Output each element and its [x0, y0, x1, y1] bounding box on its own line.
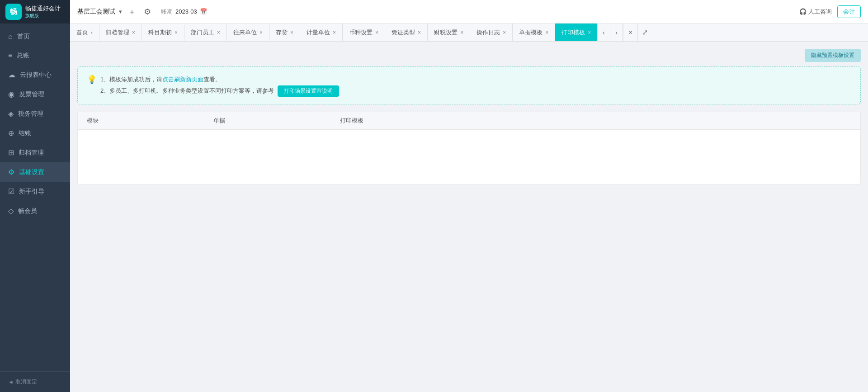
bulb-icon: 💡 [87, 75, 97, 85]
tab-next-button[interactable]: › [610, 24, 623, 42]
col-header-module: 模块 [78, 117, 204, 125]
sidebar-item-guide[interactable]: ☑ 新手引导 [0, 182, 70, 201]
ledger-icon: ≡ [8, 52, 12, 60]
notice-text: 1、模板添加成功后，请点击刷新新页面查看。 2、多员工、多打印机、多种业务类型设… [100, 74, 339, 97]
tab-vouchertype-close[interactable]: × [418, 29, 421, 36]
tabbar: 首页 ‹ 归档管理 × 科目期初 × 部门员工 × 往来单位 × 存货 × 计量… [70, 24, 868, 42]
sidebar-item-reports[interactable]: ☁ 云报表中心 [0, 65, 70, 85]
sidebar-nav: ⌂ 首页 ≡ 总账 ☁ 云报表中心 ◉ 发票管理 ◈ 税务管理 ⊕ 结账 ⊞ 归… [0, 24, 70, 371]
table-body [78, 130, 860, 184]
data-table: 模块 单据 打印模板 [77, 112, 861, 184]
tab-subjects-close[interactable]: × [175, 29, 178, 36]
notice-line2: 2、多员工、多打印机、多种业务类型设置不同打印方案等，请参考 打印场景设置宣说明 [100, 85, 339, 97]
gear-icon: ⚙ [8, 168, 14, 176]
tab-close-all-button[interactable]: × [623, 24, 637, 42]
topbar-right: 🎧 人工咨询 会计 [799, 5, 861, 18]
sidebar-item-home[interactable]: ⌂ 首页 [0, 27, 70, 46]
tab-unit-close[interactable]: × [333, 29, 336, 36]
tab-supplier[interactable]: 往来单位 × [227, 24, 269, 42]
sidebar-item-member[interactable]: ◇ 畅会员 [0, 201, 70, 221]
member-icon: ◇ [8, 207, 14, 215]
notice-row: 💡 1、模板添加成功后，请点击刷新新页面查看。 2、多员工、多打印机、多种业务类… [87, 74, 851, 97]
sidebar: 畅 畅捷通好会计 旗舰版 ⌂ 首页 ≡ 总账 ☁ 云报表中心 ◉ 发票管理 ◈ … [0, 0, 70, 392]
tab-oplog-close[interactable]: × [503, 29, 506, 36]
tab-vouchertype[interactable]: 凭证类型 × [385, 24, 428, 42]
topbar-actions: ＋ ⚙ [126, 5, 154, 18]
tab-home-nav-icon: ‹ [91, 29, 93, 36]
home-icon: ⌂ [8, 33, 13, 41]
topbar-left: 基层工会测试 ▾ ＋ ⚙ 账期 2023-03 📅 [77, 5, 799, 18]
kuaiji-button[interactable]: 会计 [837, 5, 861, 18]
period-info: 账期 2023-03 📅 [161, 8, 207, 16]
period-value: 2023-03 [175, 8, 197, 15]
tab-sliptemplate[interactable]: 单据模板 × [513, 24, 555, 42]
company-name[interactable]: 基层工会测试 [77, 8, 115, 16]
sidebar-item-tax[interactable]: ◈ 税务管理 [0, 104, 70, 123]
tab-prev-button[interactable]: ‹ [598, 24, 610, 42]
tab-archive[interactable]: 归档管理 × [99, 24, 142, 42]
notice-box: 💡 1、模板添加成功后，请点击刷新新页面查看。 2、多员工、多打印机、多种业务类… [77, 66, 861, 104]
tab-subjects[interactable]: 科目期初 × [142, 24, 184, 42]
refresh-link[interactable]: 点击刷新新页面 [162, 76, 203, 83]
topbar: 基层工会测试 ▾ ＋ ⚙ 账期 2023-03 📅 🎧 人工咨询 会计 [70, 0, 868, 24]
table-header: 模块 单据 打印模板 [78, 112, 860, 130]
logo-icon: 畅 [5, 4, 22, 20]
unpin-button[interactable]: ◄ 取消固定 [0, 371, 70, 392]
tab-department-close[interactable]: × [217, 29, 220, 36]
tab-taxsettings-close[interactable]: × [460, 29, 463, 36]
col-header-slip: 单据 [204, 117, 331, 125]
tab-sliptemplate-close[interactable]: × [545, 29, 548, 36]
print-scene-button[interactable]: 打印场景设置宣说明 [278, 85, 339, 97]
tab-oplog[interactable]: 操作日志 × [470, 24, 513, 42]
tab-expand-button[interactable]: ⤢ [637, 24, 652, 42]
company-dropdown-icon[interactable]: ▾ [119, 8, 122, 15]
sidebar-item-ledger[interactable]: ≡ 总账 [0, 46, 70, 65]
main-area: 基层工会测试 ▾ ＋ ⚙ 账期 2023-03 📅 🎧 人工咨询 会计 首页 ‹ [70, 0, 868, 392]
tax-icon: ◈ [8, 109, 14, 118]
service-button[interactable]: 🎧 人工咨询 [799, 8, 832, 16]
sidebar-logo: 畅 畅捷通好会计 旗舰版 [0, 0, 70, 24]
tab-inventory[interactable]: 存货 × [269, 24, 300, 42]
sidebar-item-invoice[interactable]: ◉ 发票管理 [0, 85, 70, 104]
invoice-icon: ◉ [8, 90, 14, 99]
hide-template-area: 隐藏预置模板设置 [77, 49, 861, 62]
arrow-icon: ◄ [8, 379, 14, 385]
tab-currency[interactable]: 币种设置 × [343, 24, 385, 42]
tab-archive-close[interactable]: × [132, 29, 135, 36]
sidebar-item-settings[interactable]: ⚙ 基础设置 [0, 162, 70, 182]
settings-icon-button[interactable]: ⚙ [141, 5, 154, 18]
logo-text: 畅捷通好会计 旗舰版 [25, 5, 61, 19]
tab-supplier-close[interactable]: × [259, 29, 263, 36]
add-tab-button[interactable]: ＋ [126, 5, 138, 18]
hide-template-button[interactable]: 隐藏预置模板设置 [805, 49, 861, 62]
tab-currency-close[interactable]: × [375, 29, 378, 36]
notice-line1: 1、模板添加成功后，请点击刷新新页面查看。 [100, 74, 339, 85]
page-content: 隐藏预置模板设置 💡 1、模板添加成功后，请点击刷新新页面查看。 2、多员工、多… [70, 42, 868, 392]
sidebar-item-archive[interactable]: ⊞ 归档管理 [0, 143, 70, 162]
tab-printtemplate[interactable]: 打印模板 × [555, 24, 598, 42]
checkout-icon: ⊕ [8, 129, 14, 137]
col-header-template: 打印模板 [331, 117, 860, 125]
sidebar-item-checkout[interactable]: ⊕ 结账 [0, 123, 70, 143]
tab-printtemplate-close[interactable]: × [588, 29, 591, 36]
period-label: 账期 [161, 8, 173, 16]
archive-icon: ⊞ [8, 148, 14, 157]
tab-taxsettings[interactable]: 财税设置 × [428, 24, 470, 42]
cloud-icon: ☁ [8, 71, 15, 79]
headset-icon: 🎧 [799, 8, 807, 15]
tab-inventory-close[interactable]: × [290, 29, 293, 36]
tab-department[interactable]: 部门员工 × [184, 24, 227, 42]
tab-home[interactable]: 首页 ‹ [70, 24, 99, 42]
calendar-icon[interactable]: 📅 [200, 8, 207, 15]
guide-icon: ☑ [8, 187, 14, 196]
tab-unit[interactable]: 计量单位 × [300, 24, 343, 42]
